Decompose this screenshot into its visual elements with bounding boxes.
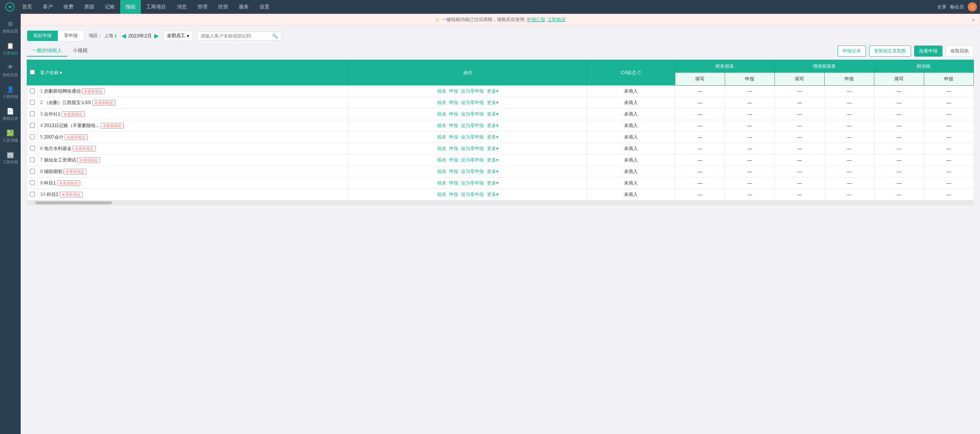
row-z1: — — [774, 109, 824, 120]
op-more[interactable]: 更多▾ — [487, 100, 498, 105]
op-tax-table[interactable]: 税表 — [437, 123, 446, 128]
op-tax-table[interactable]: 税表 — [437, 169, 446, 174]
op-more[interactable]: 更多▾ — [487, 123, 498, 128]
op-declare[interactable]: 申报 — [449, 180, 458, 186]
row-checkbox-cell — [27, 178, 38, 189]
op-set-zero[interactable]: 设为零申报 — [461, 111, 484, 117]
op-declare[interactable]: 申报 — [449, 100, 458, 105]
op-tax-table[interactable]: 税表 — [437, 157, 446, 163]
row-checkbox-9[interactable] — [30, 192, 35, 197]
op-set-zero[interactable]: 设为零申报 — [461, 123, 484, 128]
nav-settings[interactable]: 设置 — [254, 0, 275, 14]
user-avatar[interactable]: U — [968, 2, 977, 11]
nav-fee[interactable]: 收费 — [58, 0, 79, 14]
op-set-zero[interactable]: 设为零申报 — [461, 169, 484, 174]
notice-link-report[interactable]: 申报汇报 — [527, 16, 545, 23]
nav-operation[interactable]: 经营 — [213, 0, 234, 14]
row-checkbox-7[interactable] — [30, 169, 35, 174]
nav-service[interactable]: 服务 — [234, 0, 254, 14]
row-z2: — — [824, 155, 874, 166]
op-tax-table[interactable]: 税表 — [437, 111, 446, 117]
op-set-zero[interactable]: 设为零申报 — [461, 134, 484, 140]
op-declare[interactable]: 申报 — [449, 88, 458, 94]
select-all-checkbox[interactable] — [30, 70, 35, 75]
op-more[interactable]: 更多▾ — [487, 134, 498, 140]
op-more[interactable]: 更多▾ — [487, 180, 498, 186]
op-declare[interactable]: 申报 — [449, 123, 458, 128]
row-checkbox-4[interactable] — [30, 134, 35, 139]
nav-business[interactable]: 工商项目 — [141, 0, 172, 14]
row-checkbox-1[interactable] — [30, 100, 35, 105]
sidebar-item-personal-tax[interactable]: 👤 个税申报 — [0, 82, 21, 103]
sidebar-item-tax-overview[interactable]: 👁 报税总览 — [0, 60, 21, 81]
sidebar-item-tax-settings[interactable]: ⚙ 报税设置 — [0, 17, 21, 37]
nav-message[interactable]: 消息 — [172, 0, 192, 14]
btn-batch-declare[interactable]: 批量申报 — [914, 46, 942, 57]
prev-month-button[interactable]: ◀ — [121, 32, 126, 39]
op-set-zero[interactable]: 设为零申报 — [461, 100, 484, 105]
notice-link-buy[interactable]: 立即购买 — [547, 16, 566, 23]
row-ops-cell: 税表 申报 设为零申报 更多▾ — [349, 155, 587, 166]
member-btn[interactable]: 畅会员 — [950, 4, 964, 10]
nav-home[interactable]: 首页 — [17, 0, 38, 14]
op-set-zero[interactable]: 设为零申报 — [461, 180, 484, 186]
op-declare[interactable]: 申报 — [449, 169, 458, 174]
horizontal-scrollbar[interactable] — [27, 201, 974, 205]
op-more[interactable]: 更多▾ — [487, 146, 498, 151]
nav-management[interactable]: 管理 — [192, 0, 213, 14]
op-tax-table[interactable]: 税表 — [437, 88, 446, 94]
op-declare[interactable]: 申报 — [449, 134, 458, 140]
tab-tax-declaration[interactable]: 税款申报 — [27, 31, 58, 41]
nav-invoice[interactable]: 票据 — [79, 0, 100, 14]
row-checkbox-8[interactable] — [30, 180, 35, 185]
notice-close-button[interactable]: × — [972, 17, 975, 23]
search-input[interactable] — [201, 33, 271, 39]
op-tax-table[interactable]: 税表 — [437, 100, 446, 105]
op-more[interactable]: 更多▾ — [487, 157, 498, 163]
op-tax-table[interactable]: 税表 — [437, 134, 446, 140]
row-checkbox-6[interactable] — [30, 157, 35, 162]
sub-tab-general[interactable]: 一般的纳税人 — [27, 45, 67, 57]
nav-tax[interactable]: 报税 — [120, 0, 141, 14]
op-more[interactable]: 更多▾ — [487, 88, 498, 94]
op-more[interactable]: 更多▾ — [487, 169, 498, 174]
search-icon[interactable]: 🔍 — [272, 33, 278, 39]
op-declare[interactable]: 申报 — [449, 157, 458, 163]
op-set-zero[interactable]: 设为零申报 — [461, 88, 484, 94]
op-set-zero[interactable]: 设为零申报 — [461, 146, 484, 151]
sidebar-item-batch-tax[interactable]: 📋 批量报税 — [0, 39, 21, 59]
row-z1: — — [774, 155, 824, 166]
op-tax-table[interactable]: 税表 — [437, 192, 446, 197]
sub-tab-small[interactable]: 小规模 — [67, 45, 93, 57]
row-checkbox-0[interactable] — [30, 88, 35, 93]
btn-update-data[interactable]: 更新税定及取数 — [869, 46, 911, 57]
row-name: 杨仙女工资测试 — [44, 157, 76, 163]
op-tax-table[interactable]: 税表 — [437, 146, 446, 151]
op-set-zero[interactable]: 设为零申报 — [461, 157, 484, 163]
next-month-button[interactable]: ▶ — [154, 32, 159, 39]
btn-declaration-record[interactable]: 申报记录 — [838, 46, 866, 57]
tab-zero-declaration[interactable]: 零申报 — [58, 31, 84, 41]
info-icon[interactable]: ℹ — [115, 33, 117, 39]
th-z-declare: 申报 — [824, 73, 874, 86]
op-set-zero[interactable]: 设为零申报 — [461, 192, 484, 197]
op-declare[interactable]: 申报 — [449, 146, 458, 151]
row-checkbox-5[interactable] — [30, 146, 35, 151]
op-declare[interactable]: 申报 — [449, 111, 458, 117]
op-declare[interactable]: 申报 — [449, 192, 458, 197]
op-more[interactable]: 更多▾ — [487, 111, 498, 117]
scrollbar-thumb[interactable] — [35, 201, 112, 204]
staff-select-dropdown[interactable]: 全部员工 ▾ — [163, 31, 193, 41]
sidebar-item-annual-report[interactable]: 🏢 工商年报 — [0, 148, 21, 168]
nav-bookkeeping[interactable]: 记账 — [100, 0, 120, 14]
op-more[interactable]: 更多▾ — [487, 192, 498, 197]
row-z2: — — [824, 132, 874, 143]
nav-customer[interactable]: 客户 — [38, 0, 58, 14]
sidebar-item-tax-record[interactable]: 📄 报税记录 — [0, 104, 21, 124]
sidebar-item-settlement[interactable]: 💹 汇算清缴 — [0, 126, 21, 146]
btn-collect-receipt[interactable]: 收取回执 — [946, 46, 974, 57]
fullscreen-btn[interactable]: 全屏 — [937, 4, 946, 10]
op-tax-table[interactable]: 税表 — [437, 180, 446, 186]
row-checkbox-2[interactable] — [30, 111, 35, 116]
row-checkbox-3[interactable] — [30, 123, 35, 128]
